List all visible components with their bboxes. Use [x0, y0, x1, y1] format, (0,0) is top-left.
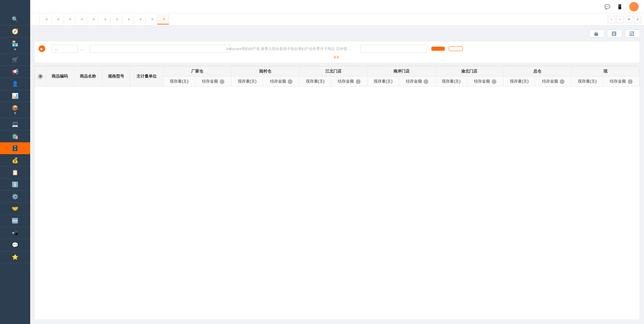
color-filter — [358, 45, 427, 53]
tab-transfer-history[interactable]: ✕ — [75, 14, 87, 25]
main-content: 🖨️ ⬇️ 🔄 ▶ ... — [30, 26, 644, 324]
tab-other-out-history[interactable]: ✕ — [99, 14, 110, 25]
filter-expand-arrow[interactable]: ▶ — [39, 45, 45, 52]
tab-stock-status[interactable]: ✕ — [146, 14, 157, 25]
expand-down-icon: ∨∨ — [333, 55, 339, 59]
nav-prev-btn[interactable]: ‹ — [608, 16, 615, 23]
tab-material-out-history[interactable]: ✕ — [110, 14, 122, 25]
col-jb-qty: 现存量(主) — [300, 77, 331, 87]
tab-close-11[interactable]: ✕ — [163, 17, 165, 21]
sidebar-item-guide[interactable]: 🆕 — [0, 215, 30, 227]
col-name-header: 商品名称 — [74, 66, 102, 87]
warehouse-more-btn[interactable]: ... — [80, 46, 84, 51]
message-link[interactable]: 💬 — [604, 4, 611, 9]
col-zc-qty: 现存量(主) — [503, 77, 535, 87]
col-zc-header: 总仓 — [503, 66, 572, 77]
refresh-icon: 🔄 — [629, 31, 634, 36]
col-fj-header: 厂家仓 — [163, 66, 231, 77]
sidebar-item-apps[interactable]: 📲 — [0, 227, 30, 239]
avatar[interactable] — [629, 2, 639, 11]
fj-amt-info-icon[interactable]: ⓘ — [220, 79, 224, 84]
page-header: 🖨️ ⬇️ 🔄 — [34, 30, 640, 38]
product-value-display: babycare孕妇待产包 春季入院全套母子组合孕妇产后冬季月子用品 22件套 … — [226, 46, 352, 51]
tab-stock-distribution[interactable]: ✕ — [157, 14, 169, 25]
warehouse-input[interactable] — [51, 45, 78, 53]
sidebar-item-ecom[interactable]: 💻 — [0, 118, 30, 130]
sidebar-item-search[interactable]: 🔍 — [0, 13, 30, 26]
tab-stock-history[interactable]: ✕ — [40, 14, 52, 25]
top-bar-right: 💬 📱 — [604, 2, 639, 11]
col-xc-header: 现 — [572, 66, 640, 77]
sidebar-item-system[interactable]: ⚙️ — [0, 191, 30, 203]
na-amt-info-icon[interactable]: ⓘ — [424, 79, 428, 84]
col-spec-header: 规格型号 — [102, 66, 130, 87]
main-table: ⚙ 商品编码 商品名称 规格型号 主计量单位 厂家仓 陆村仓 江北门店 南岸门店… — [35, 66, 640, 87]
settings-btn[interactable] — [449, 46, 463, 51]
lc-amt-info-icon[interactable]: ⓘ — [288, 79, 292, 84]
product-input[interactable] — [90, 45, 230, 53]
print-icon: 🖨️ — [594, 31, 599, 36]
col-na-amt: 结存金额 ⓘ — [399, 77, 435, 87]
sidebar-item-inventory[interactable]: 🗄️ — [0, 142, 30, 154]
tab-close-3[interactable]: ✕ — [69, 17, 71, 21]
refresh-btn[interactable]: 🔄 — [625, 30, 640, 38]
tab-home[interactable] — [33, 14, 40, 25]
col-jb-header: 江北门店 — [300, 66, 368, 77]
sidebar-item-member[interactable]: 👤 — [0, 78, 30, 90]
col-gear[interactable]: ⚙ — [35, 66, 46, 87]
sidebar-item-finance[interactable]: 💰 — [0, 154, 30, 167]
tab-close-1[interactable]: ✕ — [45, 17, 48, 21]
nav-next-btn[interactable]: › — [616, 16, 624, 23]
print-btn[interactable]: 🖨️ — [589, 30, 604, 38]
color-input[interactable] — [360, 45, 427, 53]
col-yb-amt: 结存金额 ⓘ — [467, 77, 503, 87]
sidebar-item-wholesale[interactable]: 📦 ▼ — [0, 102, 30, 118]
jb-amt-info-icon[interactable]: ⓘ — [356, 79, 361, 84]
yb-amt-info-icon[interactable]: ⓘ — [492, 79, 496, 84]
tab-close-5[interactable]: ✕ — [92, 17, 95, 21]
sidebar-item-marketing[interactable]: 📢 — [0, 66, 30, 78]
tab-close-6[interactable]: ✕ — [104, 17, 107, 21]
sidebar-item-nav[interactable]: 🧭 — [0, 26, 30, 38]
export-btn[interactable]: ⬇️ — [607, 30, 622, 38]
nav-close-btn[interactable]: ✕ — [625, 16, 633, 23]
product-filter: babycare孕妇待产包 春季入院全套母子组合孕妇产后冬季月子用品 22件套 … — [88, 45, 354, 53]
query-btn[interactable] — [431, 47, 445, 51]
export-icon: ⬇️ — [611, 31, 616, 36]
sidebar-item-vip[interactable]: ⭐ — [0, 251, 30, 263]
tab-cost-adjust-history[interactable]: ✕ — [134, 14, 146, 25]
col-yb-header: 渝北门店 — [435, 66, 503, 77]
table-header-row-1: ⚙ 商品编码 商品名称 规格型号 主计量单位 厂家仓 陆村仓 江北门店 南岸门店… — [35, 66, 640, 77]
sidebar-item-shop[interactable]: 🛒 — [0, 54, 30, 66]
sidebar-item-retail-mgmt[interactable]: 🏪 ▲ — [0, 38, 30, 54]
tab-order-history[interactable]: ✕ — [87, 14, 99, 25]
sidebar-item-stats[interactable]: 📊 — [0, 90, 30, 102]
tab-close-2[interactable]: ✕ — [57, 17, 60, 21]
col-unit-header: 主计量单位 — [130, 66, 163, 87]
col-lc-qty: 现存量(主) — [231, 77, 263, 87]
sidebar-item-basic[interactable]: ℹ️ — [0, 179, 30, 191]
sidebar-item-purchase[interactable]: 🛍️ — [0, 130, 30, 142]
expand-conditions-btn[interactable]: ∨∨ — [39, 55, 636, 59]
tab-close-4[interactable]: ✕ — [80, 17, 83, 21]
tab-stock-sub-history[interactable]: ✕ — [52, 14, 63, 25]
app-download-link[interactable]: 📱 — [617, 4, 624, 9]
col-code-header: 商品编码 — [46, 66, 74, 87]
sidebar-item-business[interactable]: 📋 — [0, 167, 30, 179]
tab-asm-history[interactable]: ✕ — [63, 14, 75, 25]
zc-amt-info-icon[interactable]: ⓘ — [560, 79, 565, 84]
col-na-header: 南岸门店 — [367, 66, 435, 77]
header-actions: 🖨️ ⬇️ 🔄 — [589, 30, 640, 38]
xc-amt-info-icon[interactable]: ⓘ — [628, 79, 633, 84]
filter-section: ▶ ... babycare孕妇待产包 春季入院全套母子组合孕妇产后冬季月子用品… — [34, 41, 640, 63]
tab-close-10[interactable]: ✕ — [151, 17, 154, 21]
sidebar-item-collab[interactable]: 🤝 — [0, 203, 30, 215]
tab-close-8[interactable]: ✕ — [127, 17, 130, 21]
tab-close-9[interactable]: ✕ — [139, 17, 142, 21]
nav-expand-btn[interactable]: ⤢ — [634, 16, 641, 23]
gear-icon[interactable]: ⚙ — [38, 74, 43, 79]
sidebar-item-wechat[interactable]: 💬 — [0, 239, 30, 251]
tab-finished-in-history[interactable]: ✕ — [122, 14, 134, 25]
tab-close-7[interactable]: ✕ — [116, 17, 118, 21]
col-xc-qty: 现存量(主) — [572, 77, 603, 87]
